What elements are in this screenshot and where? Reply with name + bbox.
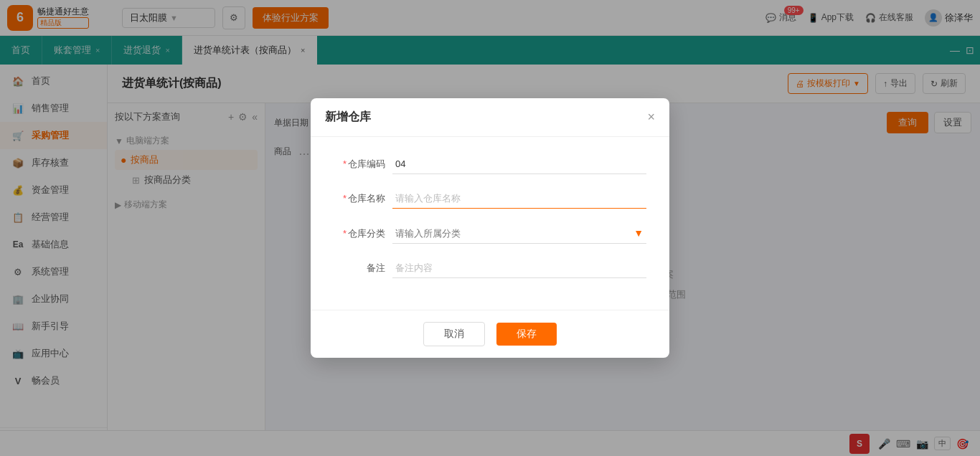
input-warehouse-code[interactable] (392, 154, 646, 174)
required-star-name: * (343, 193, 347, 204)
dialog-title: 新增仓库 (325, 110, 371, 125)
category-dropdown-icon[interactable]: ▼ (633, 227, 644, 239)
label-remark: 备注 (334, 262, 385, 275)
cancel-btn[interactable]: 取消 (423, 322, 485, 346)
form-row-code: *仓库编码 (334, 154, 646, 174)
dialog-header: 新增仓库 × (311, 98, 669, 137)
input-warehouse-name[interactable] (392, 189, 646, 209)
input-warehouse-category[interactable] (395, 228, 633, 239)
form-row-remark: 备注 (334, 258, 646, 278)
input-warehouse-remark[interactable] (392, 258, 646, 278)
label-category: *仓库分类 (334, 227, 385, 240)
required-star-code: * (343, 158, 347, 169)
dialog-body: *仓库编码 *仓库名称 *仓库分类 ▼ (311, 137, 669, 310)
dialog-footer: 取消 保存 (311, 310, 669, 358)
new-warehouse-dialog: 新增仓库 × *仓库编码 *仓库名称 *仓库分类 (311, 98, 669, 358)
form-row-category: *仓库分类 ▼ (334, 223, 646, 244)
label-code: *仓库编码 (334, 158, 385, 171)
dialog-close-btn[interactable]: × (647, 110, 655, 125)
save-btn[interactable]: 保存 (496, 323, 557, 346)
label-name: *仓库名称 (334, 192, 385, 205)
required-star-category: * (343, 228, 347, 239)
form-row-name: *仓库名称 (334, 189, 646, 209)
modal-overlay[interactable]: 新增仓库 × *仓库编码 *仓库名称 *仓库分类 (0, 0, 980, 456)
select-category-wrapper: ▼ (392, 223, 646, 244)
